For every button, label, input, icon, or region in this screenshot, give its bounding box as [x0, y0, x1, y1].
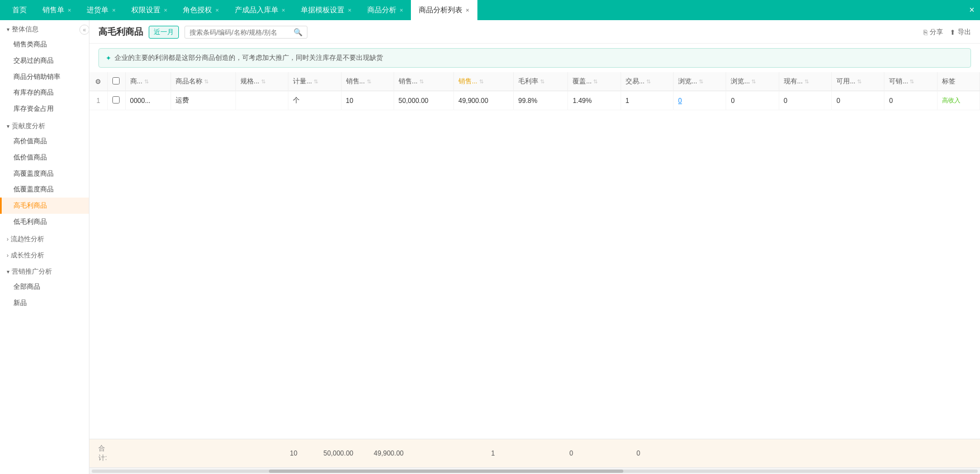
scroll-track[interactable]	[92, 470, 978, 473]
search-input[interactable]	[190, 29, 290, 36]
col-checkbox[interactable]	[107, 72, 125, 91]
sidebar-item-high-margin[interactable]: 高毛利商品	[0, 198, 89, 214]
nav-sales[interactable]: 销售单 ×	[35, 0, 79, 20]
footer-sales-qty: 10	[290, 449, 324, 457]
close-template-tab[interactable]: ×	[348, 7, 351, 13]
cell-unit: 个	[288, 91, 341, 110]
sidebar-group-trend[interactable]: › 流趋性分析	[0, 230, 89, 246]
sidebar-collapse-button[interactable]: «	[79, 25, 89, 35]
close-product-inbound-tab[interactable]: ×	[282, 7, 285, 13]
col-view1[interactable]: 浏览... ⇅	[674, 72, 726, 91]
nav-product-analysis[interactable]: 商品分析 ×	[359, 0, 411, 20]
nav-permissions[interactable]: 权限设置 ×	[124, 0, 175, 20]
sidebar-item-sales-goods[interactable]: 销售类商品	[0, 36, 89, 53]
cell-sales-qty: 10	[341, 91, 394, 110]
sidebar-item-low-value[interactable]: 低价值商品	[0, 149, 89, 166]
footer-stock-available: 0	[637, 449, 670, 457]
share-button[interactable]: ⎘ 分享	[924, 27, 943, 37]
close-sales-tab[interactable]: ×	[68, 7, 71, 13]
nav-purchase[interactable]: 进货单 ×	[79, 0, 123, 20]
col-stock-current[interactable]: 现有... ⇅	[779, 72, 831, 91]
main-layout: « ▾ 整体信息 销售类商品 交易过的商品 商品分销助销率 有库存的商品 库存资…	[0, 20, 980, 474]
search-icon[interactable]: 🔍	[293, 28, 302, 36]
row-checkbox[interactable]	[107, 91, 125, 110]
col-stock-salable[interactable]: 可销... ⇅	[884, 72, 937, 91]
cell-name: 运费	[171, 91, 236, 110]
nav-template[interactable]: 单据模板设置 ×	[293, 0, 359, 20]
col-sales-cost[interactable]: 销售... ⇅	[453, 72, 513, 91]
col-sales-qty[interactable]: 销售... ⇅	[341, 72, 394, 91]
group-arrow-growth: ›	[7, 252, 8, 259]
footer-trade: 1	[491, 449, 536, 457]
close-permissions-tab[interactable]: ×	[164, 7, 167, 13]
nav-product-inbound[interactable]: 产成品入库单 ×	[227, 0, 293, 20]
sort-icon-view1: ⇅	[699, 78, 703, 85]
view1-link[interactable]: 0	[678, 97, 682, 105]
sort-icon-qty: ⇅	[367, 78, 371, 85]
cell-sales-amount: 50,000.00	[394, 91, 453, 110]
col-name[interactable]: 商品名称 ⇅	[171, 72, 236, 91]
cell-view1[interactable]: 0	[674, 91, 726, 110]
close-window-button[interactable]: ×	[969, 5, 974, 15]
col-view2[interactable]: 浏览... ⇅	[726, 72, 779, 91]
row-num: 1	[89, 91, 107, 110]
col-stock-available[interactable]: 可用... ⇅	[832, 72, 884, 91]
nav-home[interactable]: 首页	[4, 0, 35, 20]
footer-sales-cost: 49,900.00	[374, 449, 424, 457]
close-product-analysis-tab[interactable]: ×	[400, 7, 403, 13]
scroll-thumb[interactable]	[269, 470, 623, 473]
content-area: 高毛利商品 近一月 🔍 ⎘ 分享 ⬆ 导出 ✦ 企业的主要的利润都是这部分商品创…	[89, 20, 980, 474]
col-trade[interactable]: 交易... ⇅	[621, 72, 673, 91]
sort-icon-code: ⇅	[144, 78, 149, 85]
sort-icon-unit: ⇅	[314, 78, 318, 85]
sidebar-group-overall[interactable]: ▾ 整体信息	[0, 20, 89, 36]
sidebar-item-low-margin[interactable]: 低毛利商品	[0, 214, 89, 230]
group-arrow-contribution: ▾	[7, 123, 10, 129]
close-purchase-tab[interactable]: ×	[112, 7, 115, 13]
sort-icon-stock-salable: ⇅	[910, 78, 914, 85]
col-coverage[interactable]: 覆盖... ⇅	[568, 72, 621, 91]
horizontal-scrollbar[interactable]	[89, 467, 980, 474]
col-unit[interactable]: 计量... ⇅	[288, 72, 341, 91]
sidebar-group-contribution[interactable]: ▾ 贡献度分析	[0, 117, 89, 133]
footer-label: 合计:	[98, 444, 113, 463]
sidebar-item-new-goods[interactable]: 新品	[0, 295, 89, 311]
close-roles-tab[interactable]: ×	[215, 7, 219, 13]
sidebar-item-high-value[interactable]: 高价值商品	[0, 133, 89, 149]
sort-icon-amount: ⇅	[419, 78, 424, 85]
sidebar-item-traded-goods[interactable]: 交易过的商品	[0, 53, 89, 69]
col-sales-amount[interactable]: 销售... ⇅	[394, 72, 453, 91]
sidebar-group-growth[interactable]: › 成长性分析	[0, 246, 89, 262]
export-button[interactable]: ⬆ 导出	[950, 27, 971, 37]
sidebar-item-all-goods[interactable]: 全部商品	[0, 279, 89, 295]
sidebar-item-high-coverage[interactable]: 高覆盖度商品	[0, 166, 89, 182]
col-margin-rate[interactable]: 毛利率 ⇅	[514, 72, 568, 91]
sidebar-item-low-coverage[interactable]: 低覆盖度商品	[0, 181, 89, 198]
sidebar-item-stock-capital[interactable]: 库存资金占用	[0, 101, 89, 117]
close-product-analysis-list-tab[interactable]: ×	[466, 7, 469, 13]
col-settings[interactable]: ⚙	[89, 72, 107, 91]
cell-sales-cost: 49,900.00	[453, 91, 513, 110]
data-table: ⚙ 商... ⇅ 商品名称	[89, 72, 980, 110]
cell-stock-current: 0	[779, 91, 831, 110]
table-wrapper[interactable]: ⚙ 商... ⇅ 商品名称	[89, 72, 980, 439]
col-code[interactable]: 商... ⇅	[125, 72, 171, 91]
nav-product-analysis-list[interactable]: 商品分析列表 ×	[411, 0, 477, 20]
table-row: 1 0000... 运费 个 10 50,000.00 49,900.00 99…	[89, 91, 980, 110]
sidebar-group-marketing[interactable]: ▾ 营销推广分析	[0, 262, 89, 279]
sort-icon-trade: ⇅	[646, 78, 651, 85]
sidebar-item-distribution-rate[interactable]: 商品分销助销率	[0, 69, 89, 85]
nav-roles[interactable]: 角色授权 ×	[175, 0, 226, 20]
sort-icon-view2: ⇅	[751, 78, 756, 85]
share-icon: ⎘	[924, 29, 927, 36]
content-header: 高毛利商品 近一月 🔍 ⎘ 分享 ⬆ 导出	[89, 20, 980, 44]
col-tag[interactable]: 标签	[937, 72, 979, 91]
sidebar-item-in-stock[interactable]: 有库存的商品	[0, 85, 89, 101]
cell-tag: 高收入	[937, 91, 979, 110]
row-select-checkbox[interactable]	[112, 96, 120, 104]
col-spec[interactable]: 规格... ⇅	[235, 72, 288, 91]
sort-icon-stock-available: ⇅	[857, 78, 861, 85]
select-all-checkbox[interactable]	[112, 77, 120, 85]
filter-tag-month[interactable]: 近一月	[149, 26, 179, 39]
info-banner: ✦ 企业的主要的利润都是这部分商品创造的，可考虑加大推广，同时关注库存是不要出现…	[98, 48, 971, 68]
